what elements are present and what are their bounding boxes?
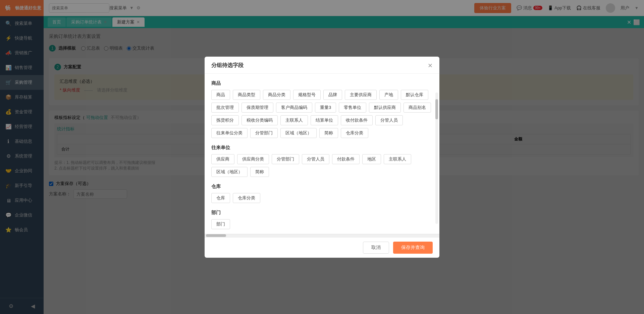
field-tag-settlement-unit[interactable]: 结算单位 (311, 115, 338, 125)
field-tag-tax-code[interactable]: 税收分类编码 (241, 115, 278, 125)
field-tag-area[interactable]: 地区 (362, 154, 381, 164)
field-tag-dept-in-charge[interactable]: 分管部门 (250, 128, 278, 138)
field-tag-dept[interactable]: 部门 (211, 219, 230, 229)
field-tag-brand[interactable]: 品牌 (323, 90, 342, 100)
field-tag-product-category[interactable]: 商品分类 (263, 90, 290, 100)
field-tag-short-name[interactable]: 简称 (319, 128, 338, 138)
field-tags-warehouse: 仓库 仓库分类 (211, 193, 433, 203)
field-tag-payment-terms[interactable]: 收付款条件 (341, 115, 373, 125)
field-tag-default-warehouse[interactable]: 默认仓库 (401, 90, 428, 100)
field-group-dept-title: 部门 (211, 210, 433, 216)
field-tag-retail-unit[interactable]: 零售单位 (339, 103, 366, 113)
field-tag-product[interactable]: 商品 (211, 90, 230, 100)
field-tag-main-supplier[interactable]: 主要供应商 (345, 90, 377, 100)
modal-overlay: 分组待选字段 ✕ 商品 商品 商品类型 商品分类 规格型号 品牌 主要供应商 产… (0, 0, 644, 314)
field-group-warehouse: 仓库 仓库 仓库分类 (211, 184, 433, 203)
modal: 分组待选字段 ✕ 商品 商品 商品类型 商品分类 规格型号 品牌 主要供应商 产… (205, 57, 439, 258)
field-tag-pick-points[interactable]: 拣货积分 (211, 115, 239, 125)
field-tag-person-charge[interactable]: 分管人员 (302, 154, 329, 164)
field-tag-main-contact[interactable]: 主联系人 (280, 115, 308, 125)
field-tag-spec[interactable]: 规格型号 (293, 90, 321, 100)
field-tag-supplier-category[interactable]: 供应商分类 (237, 154, 269, 164)
hscroll-thumb (206, 234, 226, 237)
modal-body[interactable]: 商品 商品 商品类型 商品分类 规格型号 品牌 主要供应商 产地 默认仓库 批次… (205, 74, 439, 234)
field-tag-product-type[interactable]: 商品类型 (233, 90, 260, 100)
field-group-dept: 部门 部门 (211, 210, 433, 229)
field-tag-product-alias[interactable]: 商品别名 (404, 103, 431, 113)
field-tag-weight[interactable]: 重量3 (315, 103, 336, 113)
modal-close-btn[interactable]: ✕ (428, 62, 433, 69)
field-group-warehouse-title: 仓库 (211, 184, 433, 190)
field-group-product-title: 商品 (211, 80, 433, 86)
modal-header: 分组待选字段 ✕ (205, 57, 439, 74)
field-tag-abbr[interactable]: 简称 (250, 167, 269, 177)
field-tag-region2[interactable]: 区域（地区） (211, 167, 248, 177)
field-group-counterpart-title: 往来单位 (211, 145, 433, 151)
field-tag-counterpart-category[interactable]: 往来单位分类 (211, 128, 248, 138)
modal-hscroll[interactable] (205, 234, 439, 237)
field-tag-responsible-person[interactable]: 分管人员 (375, 115, 403, 125)
field-tag-pay-terms[interactable]: 付款条件 (332, 154, 360, 164)
field-tag-warehouse-category[interactable]: 仓库分类 (341, 128, 368, 138)
field-tag-batch-mgmt[interactable]: 批次管理 (211, 103, 239, 113)
field-tag-warehouse-cat[interactable]: 仓库分类 (233, 193, 260, 203)
modal-title: 分组待选字段 (211, 62, 244, 69)
field-group-product: 商品 商品 商品类型 商品分类 规格型号 品牌 主要供应商 产地 默认仓库 批次… (211, 80, 433, 138)
field-tag-warehouse[interactable]: 仓库 (211, 193, 230, 203)
field-tag-expiry-mgmt[interactable]: 保质期管理 (241, 103, 273, 113)
field-tag-customer-code[interactable]: 客户商品编码 (276, 103, 312, 113)
field-tags-product: 商品 商品类型 商品分类 规格型号 品牌 主要供应商 产地 默认仓库 批次管理 … (211, 90, 433, 138)
vscroll-thumb (435, 99, 438, 119)
field-tag-default-supplier[interactable]: 默认供应商 (369, 103, 401, 113)
modal-footer: 取消 保存并查询 (205, 237, 439, 258)
field-tag-supplier[interactable]: 供应商 (211, 154, 234, 164)
field-tag-main-contact2[interactable]: 主联系人 (384, 154, 411, 164)
field-tag-dept-charge[interactable]: 分管部门 (272, 154, 299, 164)
modal-vscroll[interactable] (435, 92, 438, 224)
field-group-counterpart: 往来单位 供应商 供应商分类 分管部门 分管人员 付款条件 地区 主联系人 区域… (211, 145, 433, 177)
field-tags-counterpart: 供应商 供应商分类 分管部门 分管人员 付款条件 地区 主联系人 区域（地区） … (211, 154, 433, 177)
modal-cancel-btn[interactable]: 取消 (363, 242, 389, 254)
field-tag-region[interactable]: 区域（地区） (280, 128, 317, 138)
field-tags-dept: 部门 (211, 219, 433, 229)
modal-confirm-btn[interactable]: 保存并查询 (393, 242, 433, 254)
field-tag-origin[interactable]: 产地 (379, 90, 398, 100)
